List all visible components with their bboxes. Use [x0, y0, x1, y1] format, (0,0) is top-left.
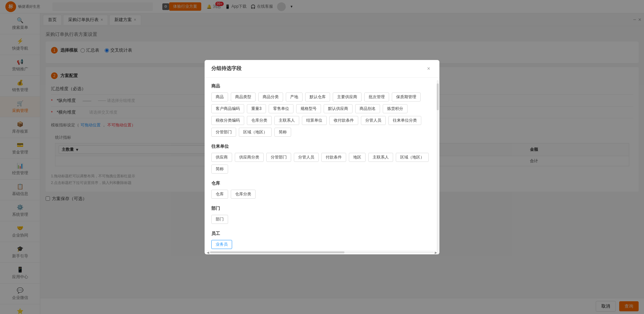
field-tag[interactable]: 产地: [286, 92, 303, 102]
section-title-product: 商品: [211, 83, 433, 89]
field-tag[interactable]: 主要供应商: [333, 92, 362, 102]
modal-body: 商品 商品 商品类型 商品分类 产地 默认仓库 主要供应商 批次管理 保质期管理…: [205, 78, 439, 250]
h-scroll-thumb: [210, 251, 344, 253]
h-scroll-track[interactable]: [210, 251, 434, 253]
section-title-partner: 往来单位: [211, 143, 433, 149]
field-tag[interactable]: 规格型号: [296, 104, 321, 113]
field-tag[interactable]: 商品分类: [258, 92, 283, 102]
scroll-left-arrow[interactable]: ◀: [206, 251, 210, 254]
modal-scroll-footer: ◀ ▶: [205, 250, 439, 254]
field-tag[interactable]: 主联系人: [368, 153, 393, 162]
field-tag[interactable]: 炼货积分: [383, 104, 408, 113]
field-tag[interactable]: 商品: [211, 92, 228, 102]
field-tag[interactable]: 保质期管理: [392, 92, 421, 102]
field-tag[interactable]: 税收分类编码: [211, 116, 244, 125]
field-tag[interactable]: 分管部门: [211, 128, 236, 137]
field-tag[interactable]: 仓库: [211, 190, 228, 199]
field-tag[interactable]: 简称: [274, 128, 291, 137]
field-tag[interactable]: 商品类型: [231, 92, 256, 102]
field-tag[interactable]: 付款条件: [321, 153, 346, 162]
modal-close-button[interactable]: ×: [425, 65, 433, 73]
warehouse-fields: 仓库 仓库分类: [211, 190, 433, 199]
field-tag[interactable]: 商品别名: [355, 104, 380, 113]
modal-section-dept: 部门 部门: [211, 205, 433, 224]
dept-fields: 部门: [211, 215, 433, 224]
partner-fields: 供应商 供应商分类 分管部门 分管人员 付款条件 地区 主联系人 区域（地区） …: [211, 153, 433, 174]
field-tag[interactable]: 往来单位分类: [388, 116, 421, 125]
v-scroll-thumb: [437, 83, 439, 110]
field-tag[interactable]: 仓库分类: [247, 116, 272, 125]
field-tag[interactable]: 默认仓库: [305, 92, 330, 102]
field-tag[interactable]: 区域（地区）: [396, 153, 429, 162]
employee-fields: 业务员: [211, 240, 433, 249]
field-tag[interactable]: 零售单位: [269, 104, 293, 113]
field-tag[interactable]: 地区: [349, 153, 366, 162]
modal-section-warehouse: 仓库 仓库 仓库分类: [211, 180, 433, 199]
section-title-dept: 部门: [211, 205, 433, 211]
modal-section-partner: 往来单位 供应商 供应商分类 分管部门 分管人员 付款条件 地区 主联系人 区域…: [211, 143, 433, 174]
field-tag[interactable]: 简称: [211, 165, 228, 174]
field-tag[interactable]: 结算单位: [302, 116, 327, 125]
section-title-employee: 员工: [211, 231, 433, 237]
modal-title: 分组待选字段: [211, 65, 241, 72]
modal-section-employee: 员工 业务员: [211, 231, 433, 249]
modal-v-scrollbar[interactable]: [437, 80, 439, 254]
field-tag[interactable]: 分管人员: [294, 153, 319, 162]
field-tag[interactable]: 仓库分类: [231, 190, 256, 199]
field-tag[interactable]: 业务员: [211, 240, 232, 249]
field-tag[interactable]: 重量3: [247, 104, 266, 113]
field-tag[interactable]: 主联系人: [274, 116, 299, 125]
modal-dialog: 分组待选字段 × 商品 商品 商品类型 商品分类 产地 默认仓库 主要供应商 批…: [205, 60, 439, 254]
field-tag[interactable]: 默认供应商: [324, 104, 353, 113]
field-tag[interactable]: 收付款条件: [329, 116, 358, 125]
modal-header: 分组待选字段 ×: [205, 60, 439, 78]
field-tag[interactable]: 分管人员: [361, 116, 386, 125]
field-tag[interactable]: 供应商: [211, 153, 232, 162]
field-tag[interactable]: 部门: [211, 215, 228, 224]
modal-overlay[interactable]: 分组待选字段 × 商品 商品 商品类型 商品分类 产地 默认仓库 主要供应商 批…: [0, 0, 644, 314]
product-fields: 商品 商品类型 商品分类 产地 默认仓库 主要供应商 批次管理 保质期管理 客户…: [211, 92, 433, 137]
field-tag[interactable]: 客户商品编码: [211, 104, 244, 113]
field-tag[interactable]: 批次管理: [364, 92, 389, 102]
section-title-warehouse: 仓库: [211, 180, 433, 186]
field-tag[interactable]: 供应商分类: [235, 153, 264, 162]
field-tag[interactable]: 分管部门: [266, 153, 291, 162]
field-tag[interactable]: 区域（地区）: [239, 128, 272, 137]
modal-section-product: 商品 商品 商品类型 商品分类 产地 默认仓库 主要供应商 批次管理 保质期管理…: [211, 83, 433, 137]
